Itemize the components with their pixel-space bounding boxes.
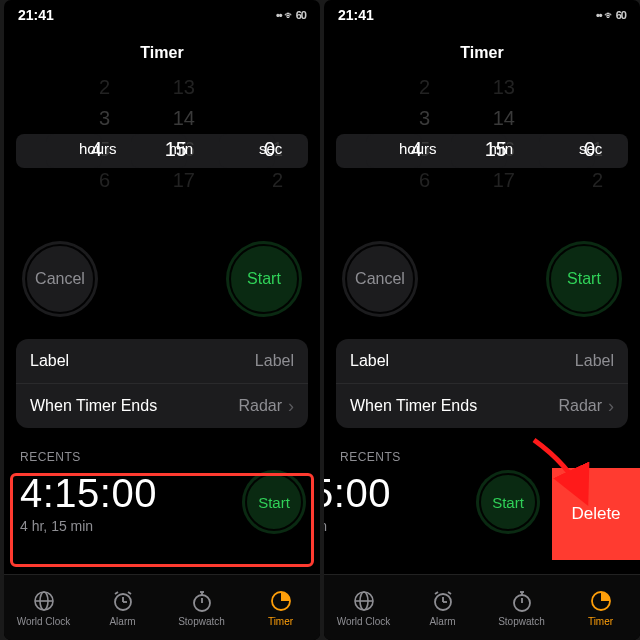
tab-stopwatch[interactable]: Stopwatch — [482, 575, 561, 640]
svg-line-20 — [448, 592, 451, 594]
recent-time: 4:15:00 — [324, 471, 391, 516]
recent-subtitle: 4 hr, 15 min — [324, 518, 391, 534]
delete-button[interactable]: Delete — [552, 468, 640, 560]
tab-alarm[interactable]: Alarm — [83, 575, 162, 640]
alarm-icon — [111, 589, 135, 613]
label-key: Label — [350, 352, 389, 370]
chevron-right-icon: › — [288, 397, 294, 415]
ends-key: When Timer Ends — [350, 397, 477, 415]
recent-start-button[interactable]: Start — [242, 470, 306, 534]
time-picker[interactable]: 23456 1314151617 012 hours min sec — [4, 72, 320, 227]
tab-stopwatch[interactable]: Stopwatch — [162, 575, 241, 640]
when-timer-ends-row[interactable]: When Timer Ends Radar › — [336, 383, 628, 428]
screenshot-right: 21:41 •• ᯤ 60 Timer 23456 1314151617 012… — [324, 0, 640, 640]
svg-line-19 — [435, 592, 438, 594]
tab-world-clock[interactable]: World Clock — [4, 575, 83, 640]
page-title: Timer — [324, 30, 640, 72]
recent-start-button[interactable]: Start — [476, 470, 540, 534]
start-button[interactable]: Start — [226, 241, 302, 317]
label-value: Label — [255, 352, 294, 370]
tab-bar: World Clock Alarm Stopwatch Timer — [324, 574, 640, 640]
tab-alarm[interactable]: Alarm — [403, 575, 482, 640]
picker-minutes-unit: min — [489, 140, 513, 157]
timer-icon — [269, 589, 293, 613]
tab-world-clock[interactable]: World Clock — [324, 575, 403, 640]
recent-timer-row[interactable]: 4:15:00 4 hr, 15 min Start — [4, 468, 320, 544]
label-row[interactable]: Label Label — [336, 339, 628, 383]
start-button[interactable]: Start — [546, 241, 622, 317]
timer-settings-card: Label Label When Timer Ends Radar › — [336, 339, 628, 428]
chevron-right-icon: › — [608, 397, 614, 415]
globe-icon — [352, 589, 376, 613]
alarm-icon — [431, 589, 455, 613]
status-icons: •• ᯤ 60 — [596, 9, 626, 21]
label-key: Label — [30, 352, 69, 370]
status-icons: •• ᯤ 60 — [276, 9, 306, 21]
status-bar: 21:41 •• ᯤ 60 — [324, 0, 640, 30]
cancel-button[interactable]: Cancel — [342, 241, 418, 317]
tab-timer[interactable]: Timer — [561, 575, 640, 640]
timer-settings-card: Label Label When Timer Ends Radar › — [16, 339, 308, 428]
recents-heading: RECENTS — [324, 428, 640, 468]
cancel-button[interactable]: Cancel — [22, 241, 98, 317]
svg-line-7 — [128, 592, 131, 594]
ends-value: Radar — [558, 397, 602, 415]
page-title: Timer — [4, 30, 320, 72]
status-time: 21:41 — [18, 7, 54, 23]
picker-seconds-unit: sec — [259, 140, 282, 157]
label-row[interactable]: Label Label — [16, 339, 308, 383]
status-time: 21:41 — [338, 7, 374, 23]
picker-seconds-unit: sec — [579, 140, 602, 157]
globe-icon — [32, 589, 56, 613]
timer-icon — [589, 589, 613, 613]
recent-time: 4:15:00 — [20, 471, 157, 516]
tab-timer[interactable]: Timer — [241, 575, 320, 640]
stopwatch-icon — [190, 589, 214, 613]
recents-heading: RECENTS — [4, 428, 320, 468]
picker-hours-unit: hours — [399, 140, 437, 157]
svg-line-6 — [115, 592, 118, 594]
label-value: Label — [575, 352, 614, 370]
picker-hours-unit: hours — [79, 140, 117, 157]
picker-minutes-unit: min — [169, 140, 193, 157]
when-timer-ends-row[interactable]: When Timer Ends Radar › — [16, 383, 308, 428]
stopwatch-icon — [510, 589, 534, 613]
recent-timer-row-swiped[interactable]: 4:15:00 4 hr, 15 min Start — [324, 468, 554, 544]
status-bar: 21:41 •• ᯤ 60 — [4, 0, 320, 30]
ends-value: Radar — [238, 397, 282, 415]
tab-bar: World Clock Alarm Stopwatch Timer — [4, 574, 320, 640]
recent-subtitle: 4 hr, 15 min — [20, 518, 157, 534]
ends-key: When Timer Ends — [30, 397, 157, 415]
screenshot-left: 21:41 •• ᯤ 60 Timer 23456 1314151617 012… — [4, 0, 320, 640]
time-picker[interactable]: 23456 1314151617 012 hours min sec — [324, 72, 640, 227]
